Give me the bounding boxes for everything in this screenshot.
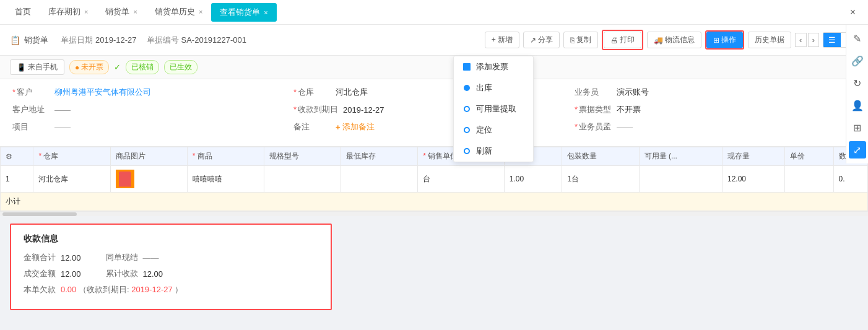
customer-field: 客户 柳州粤港平安气体有限公司	[12, 87, 293, 98]
operate-button[interactable]: ⊞ 操作	[706, 32, 743, 48]
tab-home[interactable]: 首页	[6, 0, 40, 25]
col-stock: 现存量	[723, 147, 785, 166]
new-button[interactable]: + 新增	[485, 32, 519, 48]
check-icon[interactable]: ✓	[114, 63, 121, 72]
grid-icon: ⊞	[713, 36, 719, 45]
circle-outline-icon-2	[462, 126, 471, 134]
balance-field: 本单欠款 0.00 （收款到期日: 2019-12-27 ）	[24, 284, 183, 295]
project-value: ——	[54, 123, 71, 132]
truck-icon: 🚚	[654, 36, 663, 45]
settlement-value: ——	[143, 253, 159, 263]
balance-label: 本单欠款	[24, 284, 56, 295]
dropdown-menu: 添加发票 出库 可用量提取 定位 刷新	[453, 56, 534, 162]
tab-sales-close[interactable]: ×	[133, 8, 137, 15]
dot-icon: ●	[75, 63, 79, 72]
tab-inventory-close[interactable]: ×	[84, 8, 88, 15]
cell-spec	[264, 166, 341, 193]
effect-badge: 已生效	[164, 60, 197, 74]
sidebar-expand-icon[interactable]: ⤢	[849, 141, 866, 158]
sidebar-edit-icon[interactable]: ✎	[849, 30, 866, 47]
circle-outline-icon-1	[462, 105, 471, 113]
tab-sales-history-close[interactable]: ×	[199, 8, 202, 15]
number-label: 单据编号	[147, 35, 179, 46]
copy-button[interactable]: ⎘ 复制	[563, 32, 598, 48]
col-min-stock: 最低库存	[341, 147, 418, 166]
settings-icon[interactable]: ⚙	[6, 152, 12, 161]
warehouse-label: 仓库	[293, 87, 331, 98]
tab-bar: 首页 库存期初 × 销货单 × 销货单历史 × 查看销货单 × ×	[0, 0, 868, 25]
table-row: 1 河北仓库 嘻嘻嘻嘻 台 1.00 1台 12.00	[1, 166, 868, 193]
dropdown-add-invoice[interactable]: 添加发票	[454, 56, 533, 77]
col-product: * 商品	[187, 147, 264, 166]
doc-icon: 📋	[10, 35, 20, 45]
sidebar-rotate-icon[interactable]: ↻	[849, 74, 866, 92]
col-product-img: 商品图片	[110, 147, 187, 166]
project-field: 项目 ——	[12, 121, 293, 132]
col-pack-qty: 包装数量	[562, 147, 639, 166]
tab-inventory[interactable]: 库存期初 ×	[40, 0, 97, 25]
tab-view-sales[interactable]: 查看销货单 ×	[211, 3, 276, 22]
ticket-type-field: 票据类型 不开票	[575, 104, 856, 115]
address-field: 客户地址 ——	[12, 104, 293, 115]
cell-min-stock	[341, 166, 418, 193]
right-sidebar: ✎ 🔗 ↻ 👤 ⊞ ⤢	[846, 25, 868, 163]
tab-sales-history[interactable]: 销货单历史 ×	[146, 0, 211, 25]
square-icon	[462, 63, 471, 71]
product-img-inner	[119, 172, 131, 187]
sidebar-person-icon[interactable]: 👤	[849, 97, 866, 114]
col-available: 可用量 (...	[639, 147, 722, 166]
add-note-btn[interactable]: 添加备注	[336, 121, 375, 132]
cell-unit-price	[785, 166, 833, 193]
sub-toolbar: 📱 来自手机 ● 未开票 ✓ 已核销 已生效	[0, 56, 868, 79]
scroll-bar[interactable]	[0, 211, 868, 216]
transaction-label: 成交金额	[24, 268, 56, 279]
total-amount-value: 12.00	[61, 253, 81, 263]
next-button[interactable]: ›	[808, 33, 819, 47]
print-button[interactable]: 🖨 打印	[604, 32, 641, 48]
dropdown-ship-out[interactable]: 出库	[454, 77, 533, 98]
tab-view-sales-close[interactable]: ×	[264, 9, 267, 16]
cell-stock: 12.00	[723, 166, 785, 193]
ticket-type-value: 不开票	[617, 104, 641, 115]
salesperson2-field: 业务员孟 ——	[575, 121, 856, 132]
sidebar-table-icon[interactable]: ⊞	[849, 119, 866, 136]
from-phone-button[interactable]: 📱 来自手机	[10, 59, 64, 75]
doc-title-text: 销货单	[24, 35, 48, 46]
doc-header: 📋 销货单 单据日期 2019-12-27 单据编号 SA-20191227-0…	[0, 25, 868, 56]
view-list-button[interactable]: ☰	[823, 33, 841, 47]
tab-sales[interactable]: 销货单 ×	[97, 0, 145, 25]
dropdown-available-qty[interactable]: 可用量提取	[454, 98, 533, 119]
customer-label: 客户	[12, 87, 50, 98]
transaction-value: 12.00	[61, 269, 81, 279]
subtotal-label: 小计	[1, 193, 868, 211]
circle-icon	[462, 84, 471, 92]
cumulative-field: 累计收款 12.00	[106, 268, 163, 279]
form-row-1: 客户 柳州粤港平安气体有限公司 仓库 河北仓库 业务员 演示账号	[12, 87, 856, 98]
number-value: SA-20191227-001	[181, 35, 247, 45]
payment-date-value: 2019-12-27	[343, 105, 384, 115]
customer-value[interactable]: 柳州粤港平安气体有限公司	[54, 87, 151, 98]
share-button[interactable]: ↗ 分享	[523, 32, 560, 48]
col-unit-price: 单价	[785, 147, 833, 166]
history-button[interactable]: 历史单据	[748, 32, 791, 48]
window-close-btn[interactable]: ×	[844, 7, 862, 18]
scroll-thumb[interactable]	[2, 212, 77, 216]
cell-available	[639, 166, 722, 193]
open-ticket-badge: ● 未开票	[69, 60, 109, 74]
sidebar-link-icon[interactable]: 🔗	[849, 52, 866, 69]
cell-product-img	[110, 166, 187, 193]
form-row-3: 项目 —— 备注 添加备注 业务员孟 ——	[12, 121, 856, 132]
logistics-button[interactable]: 🚚 物流信息	[647, 32, 701, 48]
form-section: 客户 柳州粤港平安气体有限公司 仓库 河北仓库 业务员 演示账号 客户地址 ——…	[0, 79, 868, 147]
payment-row-3: 本单欠款 0.00 （收款到期日: 2019-12-27 ）	[24, 284, 318, 295]
dropdown-locate[interactable]: 定位	[454, 119, 533, 141]
ticket-type-label: 票据类型	[575, 104, 612, 115]
subtotal-row: 小计	[1, 193, 868, 211]
salesperson-field: 业务员 演示账号	[575, 87, 856, 98]
prev-button[interactable]: ‹	[795, 33, 806, 47]
cell-sales-unit: 台	[418, 166, 504, 193]
circle-outline-icon-3	[462, 147, 471, 155]
dropdown-refresh[interactable]: 刷新	[454, 141, 533, 162]
table-section: ⚙ * 仓库 商品图片 * 商品 规格型号 最低库存 * 销售单位 * 数量 包…	[0, 147, 868, 216]
address-value: ——	[54, 105, 71, 115]
